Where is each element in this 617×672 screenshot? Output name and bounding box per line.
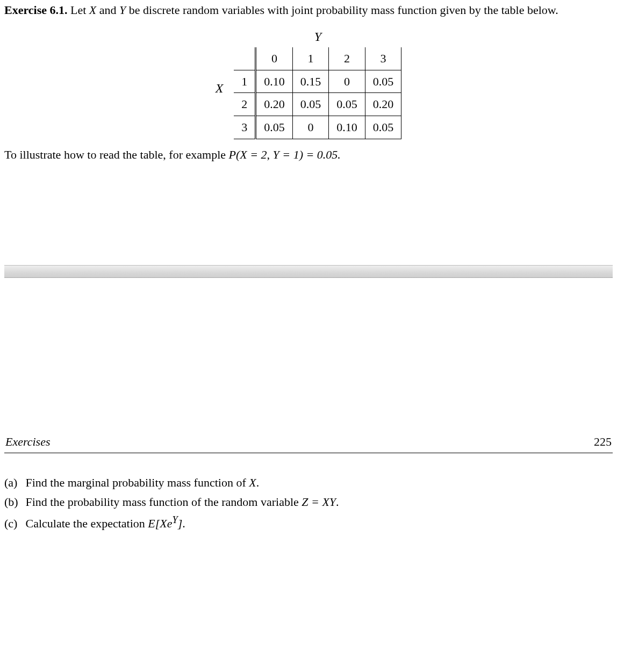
illustration-expr: P(X = 2, Y = 1) = 0.05. xyxy=(229,148,341,161)
part-b-expr: Z = XY xyxy=(302,495,336,509)
page: Exercise 6.1. Let X and Y be discrete ra… xyxy=(0,0,617,539)
part-c: (c) Calculate the expectation E[XeY]. xyxy=(4,513,613,532)
part-c-label: (c) xyxy=(4,516,23,532)
page-footer: Exercises 225 xyxy=(4,434,613,454)
exercise-label: Exercise 6.1. xyxy=(4,3,68,17)
part-b-label: (b) xyxy=(4,494,23,510)
part-a: (a) Find the marginal probability mass f… xyxy=(4,475,613,491)
y-col-0: 0 xyxy=(256,47,293,70)
y-axis-label: Y xyxy=(234,28,401,45)
page-divider xyxy=(4,265,613,278)
cell-1-1: 0.15 xyxy=(292,70,329,93)
part-a-text-after: . xyxy=(256,476,260,489)
table-row: 3 0.05 0 0.10 0.05 xyxy=(234,116,401,139)
part-a-var: X xyxy=(249,476,256,489)
part-a-label: (a) xyxy=(4,475,23,491)
pmf-table: 0 1 2 3 1 0.10 0.15 0 0.05 2 0.20 0.05 0… xyxy=(234,47,401,139)
x-row-1: 1 xyxy=(234,70,256,93)
exercise-text-3: be discrete random variables with joint … xyxy=(126,3,558,17)
cell-2-1: 0.05 xyxy=(292,93,329,116)
part-c-text-before: Calculate the expectation xyxy=(26,517,148,530)
pmf-table-block: Y 0 1 2 3 1 0.10 0.15 0 0.05 2 xyxy=(234,28,401,139)
var-x: X xyxy=(89,3,96,17)
part-b-text-after: . xyxy=(336,495,339,509)
footer-page-number: 225 xyxy=(594,434,612,450)
table-row: 2 0.20 0.05 0.05 0.20 xyxy=(234,93,401,116)
part-c-expr-open: E[Xe xyxy=(148,517,172,530)
cell-1-3: 0.05 xyxy=(365,70,401,93)
illustration-prefix: To illustrate how to read the table, for… xyxy=(4,148,229,161)
exercise-text-1: Let xyxy=(70,3,89,17)
x-row-3: 3 xyxy=(234,116,256,139)
exercise-parts: (a) Find the marginal probability mass f… xyxy=(4,475,613,531)
y-col-2: 2 xyxy=(329,47,365,70)
footer-section-title: Exercises xyxy=(5,434,50,450)
cell-3-3: 0.05 xyxy=(365,116,401,139)
y-col-1: 1 xyxy=(292,47,329,70)
pmf-table-wrap: X Y 0 1 2 3 1 0.10 0.15 0 0.05 xyxy=(4,28,613,139)
y-col-3: 3 xyxy=(365,47,401,70)
part-b-text-before: Find the probability mass function of th… xyxy=(26,495,302,509)
cell-2-3: 0.20 xyxy=(365,93,401,116)
part-c-text-after: . xyxy=(182,517,185,530)
part-a-text-before: Find the marginal probability mass funct… xyxy=(26,476,249,489)
var-y: Y xyxy=(119,3,126,17)
illustration-note: To illustrate how to read the table, for… xyxy=(4,147,613,163)
exercise-text-2: and xyxy=(96,3,119,17)
cell-2-0: 0.20 xyxy=(256,93,293,116)
part-c-sup: Y xyxy=(173,514,178,525)
cell-3-1: 0 xyxy=(292,116,329,139)
corner-cell xyxy=(234,47,256,70)
cell-1-0: 0.10 xyxy=(256,70,293,93)
cell-2-2: 0.05 xyxy=(329,93,365,116)
part-b: (b) Find the probability mass function o… xyxy=(4,494,613,510)
cell-3-0: 0.05 xyxy=(256,116,293,139)
table-col-header: 0 1 2 3 xyxy=(234,47,401,70)
table-row: 1 0.10 0.15 0 0.05 xyxy=(234,70,401,93)
cell-3-2: 0.10 xyxy=(329,116,365,139)
exercise-heading: Exercise 6.1. Let X and Y be discrete ra… xyxy=(4,2,613,18)
x-axis-label: X xyxy=(216,80,224,97)
x-row-2: 2 xyxy=(234,93,256,116)
page-gap-2 xyxy=(4,278,613,434)
cell-1-2: 0 xyxy=(329,70,365,93)
page-gap-1 xyxy=(4,163,613,265)
